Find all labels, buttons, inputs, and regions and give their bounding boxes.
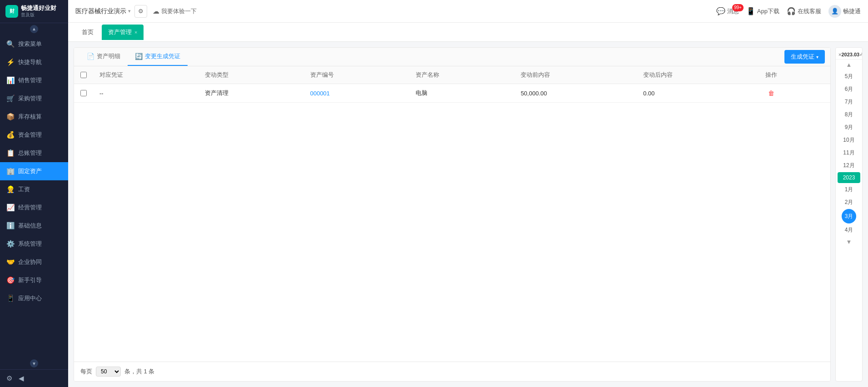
capital-icon: 💰 [6,131,15,139]
sidebar-item-ledger[interactable]: 📋 总账管理 [0,144,68,162]
row-asset-name-cell: 电脑 [409,84,515,103]
sidebar-item-payroll[interactable]: 👷 工资 [0,180,68,198]
select-all-checkbox[interactable] [80,72,87,78]
row-asset-code-cell[interactable]: 000001 [304,84,409,103]
content-area: 首页 资产管理 × 📄 资产明细 🔄 [68,23,868,387]
operations-icon: 📈 [6,203,15,212]
app-download-action[interactable]: 📱 App下载 [746,7,779,15]
row-after-change-cell: 0.00 [637,84,759,103]
messages-action[interactable]: 💬 消息 99+ [716,7,739,15]
ledger-icon: 📋 [6,149,15,157]
basic-info-icon: ℹ️ [6,222,15,230]
sales-icon: 📊 [6,76,15,84]
main-panel: 📄 资产明细 🔄 变更生成凭证 生成凭证 ▾ [74,47,831,382]
tab-home[interactable]: 首页 [75,25,100,40]
gear-icon: ⚙ [138,8,144,15]
calendar-year-2023[interactable]: 2023 [838,172,860,183]
calendar-month-8[interactable]: 8月 [838,109,860,121]
sidebar-item-sales[interactable]: 📊 销售管理 [0,71,68,89]
scroll-down-btn[interactable]: ▼ [30,359,38,367]
sidebar-item-inventory[interactable]: 📦 库存核算 [0,108,68,126]
collapse-btn[interactable]: ◀ [19,374,24,382]
col-asset-name: 资产名称 [409,66,515,84]
total-text: 条，共 1 条 [124,367,154,376]
company-name: 医疗器械行业演示 [75,7,126,15]
search-icon: 🔍 [6,40,15,48]
sidebar-item-guide[interactable]: 🎯 新手引导 [0,271,68,289]
avatar: 👤 [828,5,841,18]
sidebar-item-operations[interactable]: 📈 经营管理 [0,198,68,217]
sidebar-scroll-down[interactable]: ▼ [0,357,68,369]
calendar-panel: × 2023.03 ⤢ ▲ 5月 6月 7月 8月 9月 10月 11月 12月 [835,47,863,382]
enterprise-icon: 🤝 [6,258,15,266]
inner-tabs: 📄 资产明细 🔄 变更生成凭证 生成凭证 ▾ [74,48,830,66]
calendar-month-10[interactable]: 10月 [838,134,860,146]
per-page-select[interactable]: 10 20 50 100 [96,367,121,377]
tab-change-voucher[interactable]: 🔄 变更生成凭证 [128,48,188,66]
calendar-month-6[interactable]: 6月 [838,83,860,95]
logo-text: 畅捷通好业财 [21,5,56,12]
tab-asset-management[interactable]: 资产管理 × [102,25,144,40]
sidebar-scroll-up[interactable]: ▲ [0,23,68,35]
calendar-month-apr[interactable]: 4月 [838,224,860,236]
delete-row-btn[interactable]: 🗑 [765,89,777,98]
payroll-icon: 👷 [6,185,15,194]
row-checkbox-cell [74,84,93,103]
calendar-month-11[interactable]: 11月 [838,147,860,159]
table-row: -- 资产清理 000001 电脑 50,000.00 0.00 🗑 [74,84,830,103]
tab-asset-detail[interactable]: 📄 资产明细 [79,48,128,66]
sidebar-item-search[interactable]: 🔍 搜索菜单 [0,35,68,53]
calendar-month-jan[interactable]: 1月 [838,184,860,196]
pagination-bar: 每页 10 20 50 100 条，共 1 条 [74,362,830,381]
row-before-change-cell: 50,000.00 [514,84,637,103]
sidebar-item-system[interactable]: ⚙️ 系统管理 [0,235,68,253]
message-icon: 💬 [716,7,725,15]
message-badge: 99+ [732,4,744,11]
sidebar-nav: 🔍 搜索菜单 ⚡ 快捷导航 📊 销售管理 🛒 采购管理 📦 库存核算 💰 资金管… [0,35,68,357]
sidebar-bottom: ⚙ ◀ [0,369,68,387]
row-checkbox[interactable] [80,90,87,96]
settings-btn[interactable]: ⚙ [6,374,12,382]
calendar-month-9[interactable]: 9月 [838,121,860,134]
sidebar-item-fixed-assets[interactable]: 🏢 固定资产 [0,162,68,180]
calendar-month-5[interactable]: 5月 [838,70,860,83]
tab-close-btn[interactable]: × [134,30,137,35]
sidebar-item-enterprise[interactable]: 🤝 企业协同 [0,253,68,271]
col-asset-code: 资产编号 [304,66,409,84]
system-icon: ⚙️ [6,240,15,248]
generate-arrow-icon: ▾ [816,55,818,60]
company-chevron-icon: ▾ [128,8,131,14]
sidebar-logo: 财 畅捷通好业财 普及版 [0,0,68,23]
asset-detail-icon: 📄 [87,53,94,60]
calendar-month-7[interactable]: 7月 [838,96,860,108]
sidebar-item-capital[interactable]: 💰 资金管理 [0,126,68,144]
company-settings-btn[interactable]: ⚙ [134,5,147,18]
scroll-up-btn[interactable]: ▲ [30,25,38,33]
generate-voucher-btn[interactable]: 生成凭证 ▾ [784,50,825,64]
row-voucher-cell: -- [93,84,198,103]
sidebar-item-purchase[interactable]: 🛒 采购管理 [0,89,68,108]
logo-sub: 普及版 [21,12,56,18]
col-checkbox [74,66,93,84]
sidebar: 财 畅捷通好业财 普及版 ▲ 🔍 搜索菜单 ⚡ 快捷导航 📊 销售管理 🛒 采购… [0,0,68,387]
calendar-month-12[interactable]: 12月 [838,159,860,172]
guide-icon: 🎯 [6,276,15,284]
user-profile-action[interactable]: 👤 畅捷通 [828,5,861,18]
calendar-expand-btn[interactable]: ⤢ [859,51,863,57]
calendar-month-mar[interactable]: 3月 [842,209,856,223]
sidebar-item-app-center[interactable]: 📱 应用中心 [0,289,68,308]
sidebar-item-basic-info[interactable]: ℹ️ 基础信息 [0,217,68,235]
row-change-type-cell: 资产清理 [198,84,304,103]
sidebar-item-quick-nav[interactable]: ⚡ 快捷导航 [0,53,68,71]
online-service-action[interactable]: 🎧 在线客服 [787,7,821,15]
company-selector[interactable]: 医疗器械行业演示 ▾ [75,7,131,15]
calendar-nav-up[interactable]: ▲ [836,60,862,70]
table-container: 对应凭证 变动类型 资产编号 资产名称 变动前内容 变动后内容 操作 [74,66,830,362]
experience-btn[interactable]: ☁ 我要体验一下 [153,7,197,15]
tab-bar: 首页 资产管理 × [68,23,868,42]
inventory-icon: 📦 [6,113,15,121]
change-voucher-table: 对应凭证 变动类型 资产编号 资产名称 变动前内容 变动后内容 操作 [74,66,830,103]
col-before-change: 变动前内容 [514,66,637,84]
calendar-month-feb[interactable]: 2月 [838,196,860,208]
calendar-nav-down[interactable]: ▼ [836,237,862,247]
